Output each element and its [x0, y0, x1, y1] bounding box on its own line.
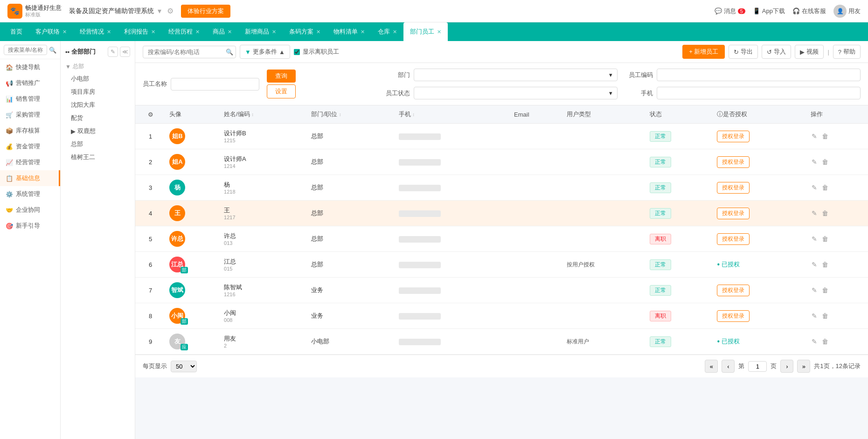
- tree-item-project[interactable]: 项目库房: [61, 85, 135, 98]
- close-icon[interactable]: ✕: [228, 29, 232, 35]
- sort-name-icon[interactable]: ↕: [251, 112, 254, 117]
- auth-login-btn[interactable]: 授权登录: [717, 156, 750, 168]
- search-btn[interactable]: 🔍: [226, 49, 233, 56]
- edit-btn[interactable]: ✎: [811, 209, 818, 218]
- th-phone[interactable]: 手机 ↕: [395, 105, 510, 124]
- search-input[interactable]: [143, 46, 236, 58]
- auth-login-btn[interactable]: 授权登录: [717, 310, 750, 322]
- tab-history[interactable]: 经营历程 ✕: [162, 22, 206, 41]
- delete-btn[interactable]: 🗑: [821, 209, 829, 218]
- page-input[interactable]: [748, 361, 767, 372]
- avatar-circle[interactable]: 姐B: [169, 128, 185, 144]
- sidebar-item-sales[interactable]: 📊 销售管理: [0, 91, 60, 107]
- emp-code-input[interactable]: [657, 69, 861, 81]
- message-btn[interactable]: 💬 消息 5: [715, 7, 745, 15]
- sort-phone-icon[interactable]: ↕: [412, 112, 415, 117]
- edit-btn[interactable]: ✎: [811, 132, 818, 141]
- next-page-btn[interactable]: ›: [780, 360, 793, 373]
- delete-btn[interactable]: 🗑: [821, 157, 829, 167]
- tab-bom[interactable]: 物料清单 ✕: [327, 22, 371, 41]
- close-icon[interactable]: ✕: [151, 29, 155, 35]
- tree-item-shenyang[interactable]: 沈阳大库: [61, 98, 135, 111]
- page-size-select[interactable]: 50 20 100: [171, 361, 197, 372]
- close-icon[interactable]: ✕: [361, 29, 365, 35]
- app-download-btn[interactable]: 📱 App下载: [753, 7, 785, 15]
- tab-goods[interactable]: 商品 ✕: [206, 22, 238, 41]
- tree-item-peihuo[interactable]: 配货: [61, 111, 135, 125]
- edit-btn[interactable]: ✎: [811, 337, 818, 346]
- avatar-circle[interactable]: 姐A: [169, 154, 185, 170]
- edit-btn[interactable]: ✎: [811, 311, 818, 321]
- delete-btn[interactable]: 🗑: [821, 311, 829, 321]
- help-btn[interactable]: ? 帮助: [833, 45, 861, 59]
- sidebar-search-input[interactable]: [4, 45, 47, 55]
- import-btn[interactable]: ↺ 导入: [762, 45, 791, 59]
- delete-btn[interactable]: 🗑: [821, 260, 829, 269]
- th-dept[interactable]: 部门/职位 ↕: [307, 105, 395, 124]
- tree-edit-btn[interactable]: ✎: [108, 47, 118, 57]
- tree-item-shuanglu[interactable]: ▶双鹿想: [61, 125, 135, 138]
- show-resigned-label[interactable]: 显示离职员工: [294, 48, 339, 56]
- emp-name-input[interactable]: [171, 78, 259, 91]
- avatar-circle[interactable]: 智斌: [169, 282, 185, 298]
- dept-select[interactable]: ▾: [414, 69, 618, 81]
- auth-login-btn[interactable]: 授权登录: [717, 285, 750, 296]
- add-employee-btn[interactable]: + 新增员工: [682, 45, 725, 59]
- close-icon[interactable]: ✕: [195, 29, 200, 35]
- tab-department[interactable]: 部门员工 ✕: [403, 22, 448, 41]
- th-settings[interactable]: ⚙: [135, 105, 166, 124]
- settings-icon[interactable]: ⚙: [167, 7, 174, 15]
- tab-home[interactable]: 首页: [4, 22, 29, 41]
- tab-warehouse[interactable]: 仓库 ✕: [371, 22, 403, 41]
- delete-btn[interactable]: 🗑: [821, 132, 829, 141]
- first-page-btn[interactable]: «: [705, 360, 718, 373]
- prev-page-btn[interactable]: ‹: [722, 360, 735, 373]
- sidebar-item-purchase[interactable]: 🛒 采购管理: [0, 107, 60, 123]
- th-name[interactable]: 姓名/编码 ↕: [220, 105, 307, 124]
- close-icon[interactable]: ✕: [62, 29, 67, 35]
- last-page-btn[interactable]: »: [797, 360, 810, 373]
- delete-btn[interactable]: 🗑: [821, 234, 829, 244]
- tree-item-xiao-dian[interactable]: 小电部: [61, 72, 135, 85]
- sidebar-item-system[interactable]: ⚙️ 系统管理: [0, 186, 60, 202]
- auth-login-btn[interactable]: 授权登录: [717, 182, 750, 194]
- tree-item-zhishu[interactable]: 植树王二: [61, 151, 135, 164]
- user-avatar[interactable]: 👤 用友: [833, 5, 861, 18]
- close-icon[interactable]: ✕: [393, 29, 397, 35]
- edit-btn[interactable]: ✎: [811, 286, 818, 295]
- tab-operation[interactable]: 经营情况 ✕: [73, 22, 118, 41]
- tab-barcode[interactable]: 条码方案 ✕: [283, 22, 327, 41]
- auth-login-btn[interactable]: 授权登录: [717, 233, 750, 245]
- gear-icon[interactable]: ⚙: [148, 111, 153, 118]
- dropdown-arrow-icon[interactable]: ▾: [158, 7, 161, 15]
- sidebar-item-guide[interactable]: 🎯 新手引导: [0, 218, 60, 234]
- try-btn[interactable]: 体验行业方案: [181, 5, 230, 18]
- avatar-circle[interactable]: 许总: [169, 231, 185, 247]
- sidebar-item-basic-info[interactable]: 📋 基础信息: [0, 170, 60, 186]
- sidebar-item-quick-nav[interactable]: 🏠 快捷导航: [0, 59, 60, 75]
- sidebar-item-management[interactable]: 📈 经营管理: [0, 154, 60, 170]
- set-btn[interactable]: 设置: [267, 84, 296, 98]
- tab-profit[interactable]: 利润报告 ✕: [118, 22, 162, 41]
- avatar-circle[interactable]: 王: [169, 205, 185, 221]
- sidebar-item-finance[interactable]: 💰 资金管理: [0, 139, 60, 154]
- sidebar-item-collab[interactable]: 🤝 企业协同: [0, 202, 60, 218]
- query-btn[interactable]: 查询: [267, 70, 296, 83]
- auth-login-btn[interactable]: 授权登录: [717, 208, 750, 219]
- sidebar-item-inventory[interactable]: 📦 库存核算: [0, 123, 60, 139]
- close-icon[interactable]: ✕: [316, 29, 320, 35]
- show-resigned-checkbox[interactable]: [294, 49, 300, 55]
- close-icon[interactable]: ✕: [107, 29, 111, 35]
- delete-btn[interactable]: 🗑: [821, 337, 829, 346]
- close-icon[interactable]: ✕: [437, 29, 441, 35]
- tree-collapse-btn[interactable]: ≪: [120, 47, 130, 57]
- avatar-circle[interactable]: 杨: [169, 180, 185, 195]
- edit-btn[interactable]: ✎: [811, 183, 818, 192]
- online-service-btn[interactable]: 🎧 在线客服: [792, 7, 826, 15]
- delete-btn[interactable]: 🗑: [821, 286, 829, 295]
- sidebar-item-marketing[interactable]: 📢 营销推广: [0, 75, 60, 91]
- phone-input[interactable]: [657, 87, 861, 99]
- tab-add-goods[interactable]: 新增商品 ✕: [238, 22, 283, 41]
- tab-customer[interactable]: 客户联络 ✕: [29, 22, 73, 41]
- edit-btn[interactable]: ✎: [811, 157, 818, 167]
